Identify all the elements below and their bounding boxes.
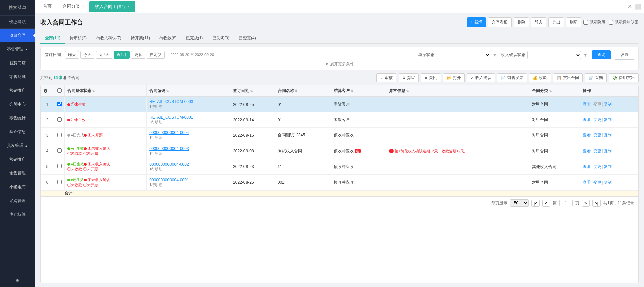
sidebar-item-retail-mall[interactable]: 零售商城 [0, 70, 35, 84]
expand-more[interactable]: ▼ 展开更多条件 [45, 61, 634, 67]
tab-close-income-workbench[interactable]: × [127, 5, 129, 9]
open-action-btn[interactable]: 📂打开 [443, 73, 465, 82]
op-变更-3[interactable]: 变更 [593, 149, 601, 153]
op-查看-4[interactable]: 查看 [583, 164, 591, 169]
row-checkbox-1[interactable] [54, 112, 64, 128]
show-fields-check[interactable]: 显示阶段 [583, 19, 605, 25]
op-复制-5[interactable]: 复制 [604, 180, 612, 185]
sidebar-item-project[interactable]: 项目合同 [0, 29, 35, 42]
sidebar-item-marketing2[interactable]: 营销推广 [0, 153, 35, 166]
sidebar-item-purchase[interactable]: 采购管理 [0, 194, 35, 208]
current-page-input[interactable] [559, 200, 573, 206]
op-复制-1[interactable]: 复制 [604, 117, 612, 122]
setting-button[interactable]: 设置 [615, 50, 634, 60]
query-button[interactable]: 查询 [592, 50, 611, 59]
prev-page-btn[interactable]: < [542, 200, 550, 207]
sub-tab-closed[interactable]: 已关闭(0) [207, 33, 234, 44]
row-checkbox-2[interactable] [54, 128, 64, 143]
op-变更-2[interactable]: 变更 [593, 133, 601, 137]
import-button[interactable]: 导入 [531, 17, 546, 27]
op-变更-5[interactable]: 变更 [593, 180, 601, 185]
sidebar-item-members[interactable]: 会员中心 [0, 97, 35, 111]
filter-date-近1月[interactable]: 近1月 [114, 51, 130, 59]
sidebar-settings-icon[interactable]: ⚙ [0, 274, 35, 287]
new-button[interactable]: + 新增 [467, 17, 486, 27]
last-page-btn[interactable]: >| [592, 200, 601, 207]
col-header-code[interactable]: 合同编码⇅ [147, 85, 230, 97]
row-checkbox-4[interactable] [54, 159, 64, 175]
col-header-name[interactable]: 合同名称⇅ [275, 85, 331, 97]
op-复制-3[interactable]: 复制 [604, 149, 612, 153]
purchase-action-btn[interactable]: 🛒采购 [585, 73, 607, 82]
export-button[interactable]: 导出 [548, 17, 564, 27]
next-page-btn[interactable]: > [582, 200, 590, 207]
sub-tab-pending-review[interactable]: 待审核(2) [65, 33, 91, 44]
sidebar-item-basic-info[interactable]: 基础信息 [0, 125, 35, 139]
sidebar-item-retail-stat[interactable]: 零售统计 [0, 111, 35, 125]
review-action-btn[interactable]: ✓审核 [376, 73, 396, 82]
col-gear-icon[interactable]: ⚙ [43, 88, 48, 94]
filter-date-近7天[interactable]: 近7天 [96, 51, 112, 59]
sidebar-search[interactable]: 搜索菜单 [0, 0, 35, 16]
contract-code-link-5[interactable]: 0000000000004-0001 [149, 178, 189, 182]
col-header-status[interactable]: 合同整体状态⇅ [64, 85, 147, 97]
col-header-abnormal[interactable]: 异常信息⇅ [386, 85, 529, 97]
op-复制-0[interactable]: 复制 [604, 102, 612, 107]
filter-date-今天[interactable]: 今天 [80, 51, 94, 59]
contract-code-link-0[interactable]: RETAIL_CUSTOM-0003 [149, 99, 193, 104]
sub-tab-all[interactable]: 全部(11) [40, 33, 65, 44]
sidebar-item-marketing[interactable]: 营销推广 [0, 84, 35, 97]
sidebar-item-xiaochang[interactable]: 小畅电商 [0, 180, 35, 194]
contract-code-link-3[interactable]: 0000000000004-0003 [149, 146, 189, 151]
close-action-btn[interactable]: ✕关闭 [421, 73, 441, 82]
contract-code-link-4[interactable]: 0000000000004-0002 [149, 162, 189, 167]
op-查看-3[interactable]: 查看 [583, 149, 591, 153]
kanban-button[interactable]: 合同看板 [488, 17, 512, 27]
op-查看-0[interactable]: 查看 [583, 102, 591, 107]
maximize-icon[interactable]: ⬜ [635, 3, 641, 10]
col-header-customer[interactable]: 结算客户⇅ [331, 85, 386, 97]
sidebar-item-retail-mgmt[interactable]: 零售管理 ▲ [0, 42, 35, 56]
sub-tab-completed[interactable]: 已完成(1) [181, 33, 208, 44]
tab-income-workbench[interactable]: 收入合同工作台× [89, 1, 135, 12]
tab-contract-cat[interactable]: 合同分类× [57, 1, 89, 13]
income-confirm-select[interactable] [527, 51, 581, 59]
op-复制-4[interactable]: 复制 [604, 164, 612, 169]
contract-code-link-1[interactable]: RETAIL_CUSTOM-0001 [149, 115, 193, 120]
payout-contract-action-btn[interactable]: 📋支出合同 [553, 73, 583, 82]
expense-action-btn[interactable]: 💸费用支出 [609, 73, 639, 82]
sub-tab-pending-invoice[interactable]: 待开票(11) [126, 33, 155, 44]
first-page-btn[interactable]: |< [531, 200, 540, 207]
row-checkbox-3[interactable] [54, 143, 64, 159]
op-复制-2[interactable]: 复制 [604, 133, 612, 137]
filter-date-昨天[interactable]: 昨天 [65, 51, 79, 59]
refresh-button[interactable]: 刷新 [566, 17, 581, 27]
sidebar-item-smart-store[interactable]: 智慧门店 [0, 56, 35, 70]
sales-invoice-action-btn[interactable]: 📄销售发票 [497, 73, 527, 82]
tab-home[interactable]: 首页 [38, 1, 57, 13]
op-查看-5[interactable]: 查看 [583, 180, 591, 185]
filter-date-自定义[interactable]: 自定义 [147, 51, 165, 59]
sub-tab-pending-confirm[interactable]: 待收入确认(7) [91, 33, 126, 44]
payment-action-btn[interactable]: 💰收款 [529, 73, 551, 82]
close-window-icon[interactable]: ✕ [628, 3, 632, 10]
sub-tab-pending-payment[interactable]: 待收款(8) [155, 33, 181, 44]
tab-close-contract-cat[interactable]: × [82, 4, 84, 8]
op-查看-2[interactable]: 查看 [583, 133, 591, 137]
doc-status-select[interactable] [437, 51, 490, 59]
sidebar-item-sales-mgmt[interactable]: 销售管理 [0, 166, 35, 180]
row-checkbox-0[interactable] [54, 97, 64, 112]
page-size-select[interactable]: 102050100 [510, 199, 529, 207]
col-header-category[interactable]: 合同分类⇅ [529, 85, 580, 97]
contract-code-link-2[interactable]: 0000000000004-0004 [149, 130, 189, 135]
filter-date-更多[interactable]: 更多 [131, 51, 145, 59]
sidebar-item-inventory[interactable]: 库存核算 [0, 208, 35, 221]
op-变更-1[interactable]: 变更 [593, 117, 601, 122]
income-confirm-action-btn[interactable]: ✓收入确认 [467, 73, 495, 82]
row-checkbox-5[interactable] [54, 175, 64, 191]
show-detail-check[interactable]: 显示标的明细 [609, 19, 639, 25]
op-变更-0[interactable]: 变更 [593, 102, 601, 107]
op-变更-4[interactable]: 变更 [593, 164, 601, 169]
sub-tab-changed[interactable]: 已变更(4) [234, 33, 261, 44]
abandon-action-btn[interactable]: ✗弃审 [399, 73, 419, 82]
